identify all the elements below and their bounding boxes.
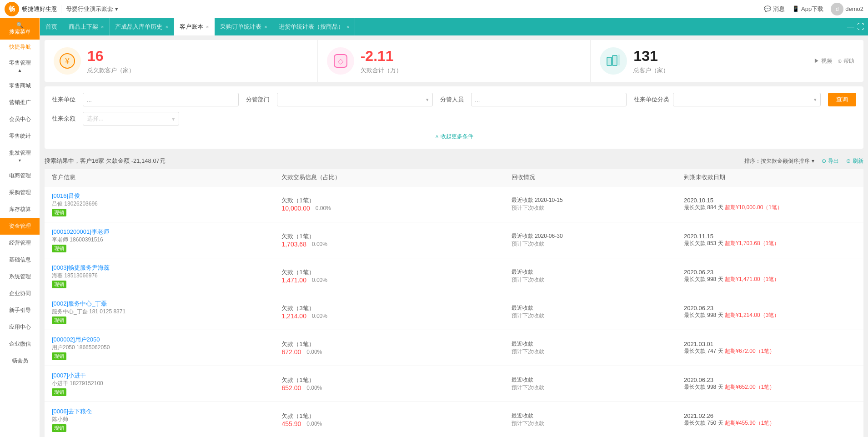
user-menu[interactable]: d demo2 (831, 3, 863, 15)
sidebar-item-inventory[interactable]: 库存核算 (0, 201, 40, 218)
overdue-days: 最长欠款 884 天 (684, 204, 723, 211)
last-collect: 最近收款 2020-06-30 (512, 232, 684, 240)
sidebar-item-retail-stats[interactable]: 零售统计 (0, 128, 40, 145)
tab-minimize-button[interactable]: — (847, 23, 854, 31)
debt-amount: 652.00 (281, 384, 301, 392)
tab-maximize-button[interactable]: ⛶ (857, 23, 864, 31)
sidebar-item-app-center[interactable]: 应用中心 (0, 319, 40, 336)
customer-name-link[interactable]: [0006]去下粮仓 (52, 407, 281, 416)
search-button[interactable]: 查询 (828, 93, 856, 106)
sidebar-item-system[interactable]: 系统管理 (0, 268, 40, 285)
tab-import-stats[interactable]: 进货单统计表（按商品） × (273, 18, 355, 35)
stat-info-customers: 16 总欠款客户（家） (87, 48, 135, 75)
stat-value-total: 131 (633, 48, 669, 65)
customer-phone: 吕俊 13026203696 (52, 200, 281, 208)
collapse-filter-bar[interactable]: ∧ 收起更多条件 (52, 131, 856, 142)
sidebar-item-batch-manage[interactable]: 批发管理 ▾ (0, 145, 40, 167)
message-icon: 💬 (764, 5, 771, 12)
customer-phone: 李老师 18600391516 (52, 236, 281, 244)
collapse-text: ∧ 收起更多条件 (435, 133, 473, 140)
refresh-icon: ⊙ (846, 158, 851, 164)
message-button[interactable]: 💬 消息 (764, 5, 785, 13)
due-date: 2020.06.23 (684, 305, 856, 311)
export-button[interactable]: ⊙ 导出 (822, 157, 839, 165)
sidebar-item-ecommerce[interactable]: 电商管理 (0, 167, 40, 184)
sidebar-item-newbie[interactable]: 新手引导 (0, 302, 40, 319)
sidebar-item-purchase[interactable]: 采购管理 (0, 184, 40, 201)
stat-label-total: 总客户（家） (633, 66, 669, 75)
sidebar-item-marketing[interactable]: 营销推广 (0, 94, 40, 111)
tab-production-history[interactable]: 产成品入库单历史 × (110, 18, 174, 35)
debt-ratio: 0.00% (306, 349, 322, 355)
app-download-button[interactable]: 📱 App下载 (792, 5, 823, 13)
debt-ratio: 0.00% (312, 277, 327, 283)
sidebar-marketing-label: 营销推广 (9, 99, 31, 106)
dept-select[interactable]: ▾ (277, 93, 433, 106)
tab-import-stats-label: 进货单统计表（按商品） (279, 23, 344, 31)
top-bar: 畅 畅捷通好生意 母婴行业演示账套 ▾ 💬 消息 📱 App下载 d (0, 0, 868, 18)
overdue-text[interactable]: 超期¥652.00（1笔） (725, 384, 775, 390)
sidebar-item-basic[interactable]: 基础信息 (0, 251, 40, 268)
person-input[interactable]: ... (471, 93, 627, 106)
tab-close-purchase-stats[interactable]: × (264, 24, 267, 30)
sidebar-ecommerce-label: 电商管理 (9, 172, 31, 180)
customer-name-link[interactable]: [00010200001]李老师 (52, 228, 281, 236)
last-collect: 最近收款 2020-10-15 (512, 196, 684, 204)
tab-close-import-stats[interactable]: × (346, 24, 349, 30)
logo-icon: 畅 (5, 2, 19, 16)
overdue-text[interactable]: 超期¥1,471.00（1笔） (725, 276, 779, 282)
sidebar-item-enterprise[interactable]: 企业协同 (0, 285, 40, 302)
sidebar-item-wechat[interactable]: 企业微信 (0, 336, 40, 352)
debt-count: 欠款（1笔） (281, 232, 314, 241)
mobile-icon: 📱 (792, 5, 799, 12)
overdue-text[interactable]: 超期¥672.00（1笔） (725, 348, 775, 354)
customer-name-link[interactable]: [0003]畅捷服务尹海蕊 (52, 264, 281, 272)
customer-phone: 小进干 18279152100 (52, 380, 281, 387)
refresh-button[interactable]: ⊙ 刷新 (846, 157, 863, 165)
overdue-text[interactable]: 超期¥455.90（1笔） (725, 420, 775, 426)
filter-person: 分管人员 ... (440, 93, 627, 106)
sidebar-retail-manage-label: 零售管理 (9, 59, 31, 67)
return-info: 最近收款 预计下次收款 (512, 412, 684, 427)
sidebar-quick-nav[interactable]: 快捷导航 (0, 40, 40, 55)
sidebar-item-retail-store[interactable]: 零售商城 (0, 77, 40, 94)
overdue-text[interactable]: 超期¥10,000.00（1笔） (725, 204, 783, 211)
sort-selector[interactable]: 排序：按欠款金额倒序排序 ▾ (744, 157, 814, 165)
customer-name-link[interactable]: [0016]吕俊 (52, 192, 281, 200)
tab-home[interactable]: 首页 (40, 18, 63, 35)
video-label: 视频 (821, 58, 832, 64)
overdue-row: 最长欠款 998 天 超期¥652.00（1笔） (684, 383, 856, 391)
tab-close-product-offline[interactable]: × (101, 24, 104, 30)
filter-row-1: 往来单位 ... 分管部门 ▾ (52, 93, 856, 106)
store-selector[interactable]: 母婴行业演示账套 ▾ (61, 5, 118, 13)
main-area: 🔍 搜索菜单 快捷导航 零售管理 ▲ 零售商城 营销推广 会员中心 零售统计 (0, 18, 868, 437)
sidebar-item-capital[interactable]: 资金管理 (0, 218, 40, 235)
sidebar-newbie-label: 新手引导 (9, 306, 31, 314)
sidebar-search[interactable]: 🔍 搜索菜单 (0, 18, 40, 40)
sidebar-item-vip[interactable]: 畅会员 (0, 352, 40, 369)
customer-name-link[interactable]: [000002]用户2050 (52, 336, 281, 344)
debt-amount: 1,471.00 (281, 276, 306, 284)
tab-home-label: 首页 (45, 23, 57, 31)
tab-purchase-stats[interactable]: 采购订单统计表 × (215, 18, 273, 35)
last-collect: 最近收款 (512, 268, 684, 276)
tab-close-production-history[interactable]: × (165, 24, 168, 30)
data-table: 客户信息 欠款交易信息（占比） 回收情况 到期未收款日期 [0016]吕俊 吕俊… (45, 169, 863, 437)
tab-close-customer-account[interactable]: × (206, 24, 209, 30)
overdue-text[interactable]: 超期¥1,703.68（1笔） (725, 240, 779, 246)
balance-select[interactable]: 选择... ▾ (83, 112, 179, 126)
sidebar-item-member[interactable]: 会员中心 (0, 111, 40, 128)
tab-product-offline[interactable]: 商品上下架 × (63, 18, 110, 35)
overdue-text[interactable]: 超期¥1,214.00（3笔） (725, 312, 779, 318)
sidebar-item-operation[interactable]: 经营管理 (0, 235, 40, 251)
sidebar-item-retail-manage[interactable]: 零售管理 ▲ (0, 55, 40, 77)
video-btn[interactable]: ▶ 视频 (814, 57, 832, 65)
help-btn[interactable]: ⊙ 帮助 (838, 57, 854, 65)
unit-type-select[interactable]: ▾ (673, 93, 821, 106)
debt-amount: 455.90 (281, 420, 301, 427)
customer-name-link[interactable]: [0002]服务中心_丁磊 (52, 300, 281, 308)
from-unit-input[interactable]: ... (83, 93, 239, 106)
sidebar-wechat-label: 企业微信 (9, 340, 31, 348)
tab-customer-account[interactable]: 客户账本 × (174, 18, 215, 35)
customer-name-link[interactable]: [0007]小进干 (52, 372, 281, 380)
